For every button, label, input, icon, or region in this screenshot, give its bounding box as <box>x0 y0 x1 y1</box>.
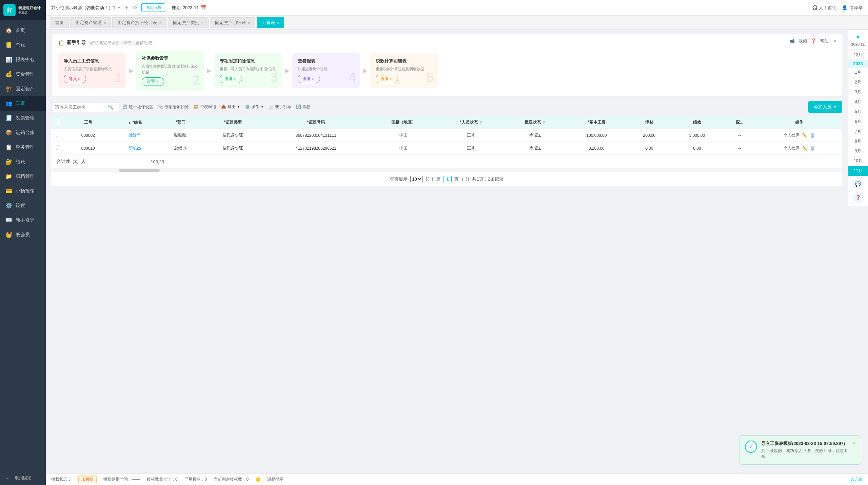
month-3[interactable]: 3月 <box>848 87 868 97</box>
tab-detail-ledger[interactable]: 固定资产明细账 × <box>210 17 255 28</box>
row1-id-number: 360782200104131111 <box>263 129 368 142</box>
tab-payroll[interactable]: 工资表 × <box>257 17 284 28</box>
row2-edit-btn[interactable]: ✏️ <box>802 146 807 151</box>
th-allowance: 津贴 <box>627 116 671 129</box>
month-1[interactable]: 1月 <box>848 68 868 77</box>
employee-table: 工号 ▲ *姓名 *部门 *证照类型 *证照号码 国籍（地区） *人员状态 ▽ … <box>51 116 842 155</box>
row1-name-link[interactable]: 徐泽华 <box>129 133 141 137</box>
feedback-icon[interactable]: 💬 <box>853 179 864 189</box>
per-page-select[interactable]: 10 20 50 <box>410 176 423 182</box>
toast-close-btn[interactable]: × <box>852 441 855 447</box>
row1-social-insurance-btn[interactable]: 个人社保 <box>783 132 800 138</box>
settings-btn[interactable]: ⚙ <box>133 4 137 11</box>
tab-category-close[interactable]: × <box>201 21 203 25</box>
month-4[interactable]: 4月 <box>848 97 868 107</box>
add-account-btn[interactable]: + <box>125 4 129 11</box>
search-input[interactable] <box>55 105 106 110</box>
guide-step-1: 1 导入员工工资信息 人员信息及工资数据新增导入 导入＞ <box>58 53 126 88</box>
status-filter-icon[interactable]: ▽ <box>479 120 482 124</box>
last-page-btn[interactable]: ⟩⟩ <box>466 176 469 182</box>
row2-delete-btn[interactable]: 🗑️ <box>810 146 815 151</box>
recharge-link[interactable]: 去充值 <box>850 477 863 482</box>
row2-checkbox[interactable] <box>56 146 60 150</box>
tab-home[interactable]: 首页 <box>50 17 69 28</box>
prev-page-btn[interactable]: ⟨ <box>432 176 433 182</box>
help-circle-icon[interactable]: ❓ <box>853 192 864 203</box>
row1-checkbox[interactable] <box>56 133 60 137</box>
tab-depreciation[interactable]: 固定资产折旧统计表 × <box>112 17 166 28</box>
month-2[interactable]: 2月 <box>848 77 868 87</box>
sidebar-item-label-reports: 报表中心 <box>16 57 35 63</box>
guide-step-4-btn[interactable]: 查看＞ <box>298 75 320 83</box>
tab-depreciation-close[interactable]: × <box>159 21 161 25</box>
row1-delete-btn[interactable]: 🗑️ <box>810 133 815 138</box>
month-5[interactable]: 5月 <box>848 107 868 117</box>
guide-step-5-btn[interactable]: 查看＞ <box>376 75 398 83</box>
year-nav-up[interactable]: ▲ <box>848 32 868 41</box>
row2-report-status: 待报送 <box>504 142 566 155</box>
row1-department: 嗯嗯嗯 <box>159 129 202 142</box>
guide-step-1-btn[interactable]: 导入＞ <box>64 75 86 83</box>
horizontal-scrollbar[interactable] <box>51 168 842 172</box>
month-6[interactable]: 6月 <box>848 117 868 127</box>
month-8[interactable]: 8月 <box>848 136 868 146</box>
select-all-checkbox[interactable] <box>56 120 60 124</box>
row2-name: 李俊杰 <box>112 142 159 155</box>
account-selector[interactable]: 刘小艳演示账套（勿删勿动！）1 ▼ <box>51 5 121 11</box>
tab-detail-ledger-close[interactable]: × <box>248 21 250 25</box>
row1-edit-btn[interactable]: ✏️ <box>802 133 807 138</box>
month-9[interactable]: 9月 <box>848 146 868 156</box>
month-10[interactable]: 10月 <box>848 156 868 166</box>
ai-consult-btn[interactable]: 🎧 人工咨询 <box>812 5 836 11</box>
switch-version-btn[interactable]: 切到旧版 <box>141 3 165 12</box>
guide-step-2: 2 社保参数设置 完成社保参数设置自动计算社保公积金 设置＞ <box>136 51 204 91</box>
sidebar-item-settings[interactable]: ⚙️ 设置 <box>0 198 46 213</box>
sidebar-item-closing[interactable]: 🔐 结账 <box>0 154 46 169</box>
tax-declaration-btn[interactable]: 🧮 个税申报 <box>194 104 216 110</box>
tab-fixed-assets[interactable]: 固定资产管理 × <box>70 17 111 28</box>
sidebar-item-invoices[interactable]: 🧾 发票管理 <box>0 111 46 125</box>
sidebar-item-archive[interactable]: 📁 归档管理 <box>0 169 46 184</box>
sidebar-item-reports[interactable]: 📊 报表中心 <box>0 52 46 67</box>
row2-name-link[interactable]: 李俊杰 <box>129 146 141 150</box>
guide-step-3-btn[interactable]: 查看＞ <box>220 75 242 83</box>
tab-fixed-assets-close[interactable]: × <box>104 21 106 25</box>
next-page-btn[interactable]: ⟩ <box>461 176 463 182</box>
guide-step-2-btn[interactable]: 设置＞ <box>142 77 164 86</box>
sidebar-item-expense[interactable]: 💳 小畅报销 <box>0 184 46 198</box>
sidebar-item-home[interactable]: 🏠 首页 <box>0 23 46 38</box>
month-11[interactable]: 11月 <box>848 166 868 176</box>
sidebar-item-guide[interactable]: 📖 新手引导 <box>0 213 46 227</box>
social-insurance-settings-btn[interactable]: 🔄 统一社保设置 <box>122 104 153 110</box>
video-label[interactable]: 视频 <box>799 38 807 44</box>
first-page-btn[interactable]: ⟨⟨ <box>426 176 429 182</box>
report-filter-icon[interactable]: ▽ <box>542 120 545 124</box>
operation-btn[interactable]: ⚙️ 操作 ▼ <box>245 104 264 110</box>
sidebar-item-member[interactable]: 👑 畅会员 <box>0 227 46 242</box>
month-7[interactable]: 7月 <box>848 127 868 136</box>
sidebar-item-tax[interactable]: 📋 税务管理 <box>0 140 46 154</box>
tab-category[interactable]: 固定资产类别 × <box>168 17 209 28</box>
sidebar-item-fixed-assets[interactable]: 🏗️ 固定资产 <box>0 81 46 96</box>
guide-btn[interactable]: 📖 新手引导 <box>269 104 291 110</box>
sidebar-item-inventory[interactable]: 📦 进销台账 <box>0 125 46 140</box>
help-label[interactable]: 帮助 <box>820 38 828 44</box>
export-btn[interactable]: 📤 导出 ▼ <box>221 104 240 110</box>
row2-social-insurance-btn[interactable]: 个人社保 <box>783 145 800 151</box>
refresh-btn[interactable]: 🔃 刷新 <box>296 104 311 110</box>
toast-success-icon: ✓ <box>745 441 757 453</box>
sidebar-item-label-funds: 资金管理 <box>16 71 35 77</box>
search-icon[interactable]: 🔍 <box>108 105 113 110</box>
sidebar-item-payroll[interactable]: 👥 工资 <box>0 96 46 111</box>
guide-steps: 1 导入员工工资信息 人员信息及工资数据新增导入 导入＞ ▶ 2 社保参数设置 … <box>58 51 835 91</box>
calendar-icon[interactable]: 📅 <box>201 5 206 10</box>
guide-close-btn[interactable]: × <box>833 38 836 44</box>
month-12[interactable]: 12月 <box>848 50 868 60</box>
sidebar-item-funds[interactable]: 💰 资金管理 <box>0 67 46 81</box>
special-deduction-btn[interactable]: 📎 专项附加扣除 <box>158 104 189 110</box>
sidebar-item-ledger[interactable]: 📒 总账 <box>0 38 46 52</box>
add-person-btn[interactable]: 添加人员 ▼ <box>808 101 842 113</box>
cancel-fixed-btn[interactable]: ← ←取消固定 <box>5 475 40 481</box>
tab-payroll-close[interactable]: × <box>277 21 279 25</box>
ledger-icon: 📒 <box>5 42 12 48</box>
